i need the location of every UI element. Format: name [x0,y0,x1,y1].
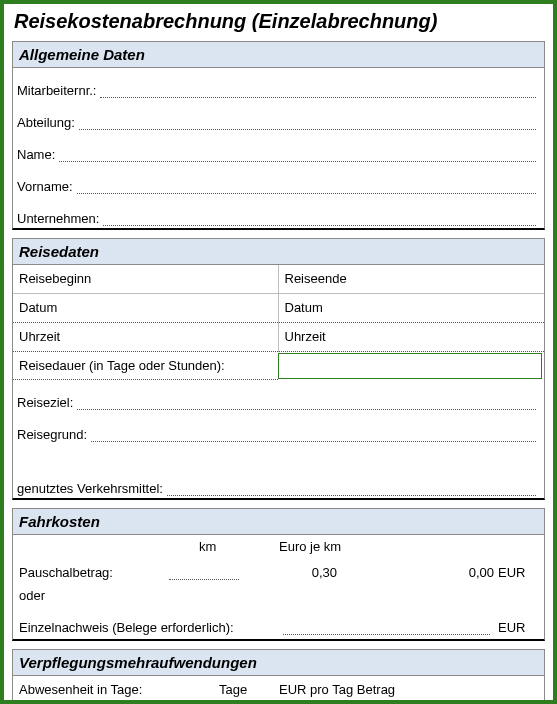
row-ab-24-stunden: ab 24 Stunden 24,00 0,00 EUR [13,699,544,704]
label-pauschalbetrag: Pauschalbetrag: [19,565,169,580]
col-euro-je-km: Euro je km [279,539,379,554]
label-reiseziel: Reiseziel: [17,395,73,410]
label-verkehrsmittel: genutztes Verkehrsmittel: [17,481,163,496]
field-reisegrund: Reisegrund: [13,412,544,444]
label-unternehmen: Unternehmen: [17,211,99,226]
row-einzelnachweis: Einzelnachweis (Belege erforderlich): EU… [13,609,544,639]
value-rate: 0,30 [247,565,345,580]
label-einzelnachweis: Einzelnachweis (Belege erforderlich): [19,620,279,635]
section-header-verpflegung: Verpflegungsmehraufwendungen [13,650,544,676]
label-datum-ende: Datum [279,294,545,323]
row-reisedauer: Reisedauer (in Tage oder Stunden): [13,352,544,380]
reisedaten-grid: Reisebeginn Datum Uhrzeit Reiseende Datu… [13,265,544,352]
col-eur-pro-tag: EUR pro Tag Betrag [279,682,538,697]
input-line[interactable] [77,179,536,194]
label-mitarbeiternr: Mitarbeiternr.: [17,83,96,98]
document-frame: Reisekostenabrechnung (Einzelabrechnung)… [0,0,557,704]
field-vorname: Vorname: [13,164,544,196]
value-amount: 0,00 [424,565,498,580]
section-reisedaten: Reisedaten Reisebeginn Datum Uhrzeit Rei… [12,238,545,500]
document-title: Reisekostenabrechnung (Einzelabrechnung) [12,10,545,41]
label-oder: oder [13,582,544,609]
label-reisedauer: Reisedauer (in Tage oder Stunden): [13,352,278,380]
col-reisebeginn: Reisebeginn Datum Uhrzeit [13,265,279,352]
label-reisegrund: Reisegrund: [17,427,87,442]
col-reiseende: Reiseende Datum Uhrzeit [279,265,545,352]
verpflegung-column-headers: Abwesenheit in Tage: Tage EUR pro Tag Be… [13,676,544,699]
fahrkosten-column-headers: km Euro je km [13,535,544,554]
input-line[interactable] [167,481,536,496]
field-unternehmen: Unternehmen: [13,196,544,228]
label-vorname: Vorname: [17,179,73,194]
field-abteilung: Abteilung: [13,100,544,132]
input-line[interactable] [79,115,536,130]
label-datum-beginn: Datum [13,294,278,323]
label-reisebeginn: Reisebeginn [13,265,278,294]
section-header-general: Allgemeine Daten [13,42,544,68]
currency: EUR [498,565,538,580]
label-abteilung: Abteilung: [17,115,75,130]
section-fahrkosten: Fahrkosten km Euro je km Pauschalbetrag:… [12,508,545,641]
input-line[interactable] [283,620,490,635]
section-header-reisedaten: Reisedaten [13,239,544,265]
col-km: km [199,539,279,554]
input-reisedauer[interactable] [278,353,542,379]
input-line[interactable] [91,427,536,442]
field-reiseziel: Reiseziel: [13,380,544,412]
input-line[interactable] [59,147,536,162]
input-line[interactable] [103,211,536,226]
label-uhrzeit-beginn: Uhrzeit [13,323,278,352]
col-tage: Tage [219,682,279,697]
row-pauschalbetrag: Pauschalbetrag: 0,30 0,00 EUR [13,554,544,582]
field-mitarbeiternr: Mitarbeiternr.: [13,68,544,100]
label-name: Name: [17,147,55,162]
input-km[interactable] [169,565,239,580]
label-uhrzeit-ende: Uhrzeit [279,323,545,352]
input-line[interactable] [100,83,536,98]
field-verkehrsmittel: genutztes Verkehrsmittel: [13,466,544,498]
section-verpflegung: Verpflegungsmehraufwendungen Abwesenheit… [12,649,545,704]
section-header-fahrkosten: Fahrkosten [13,509,544,535]
input-line[interactable] [77,395,536,410]
label-abwesenheit: Abwesenheit in Tage: [19,682,219,697]
field-name: Name: [13,132,544,164]
currency: EUR [498,620,538,635]
section-general: Allgemeine Daten Mitarbeiternr.: Abteilu… [12,41,545,230]
label-reiseende: Reiseende [279,265,545,294]
